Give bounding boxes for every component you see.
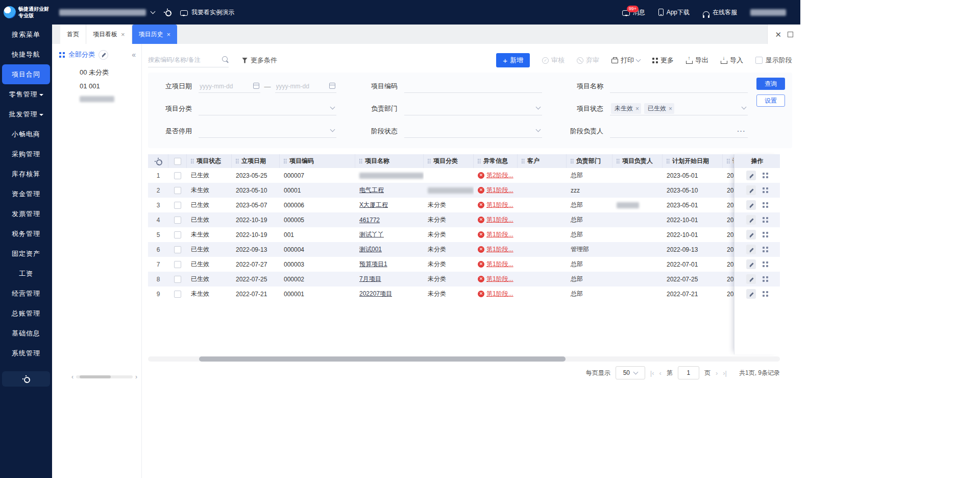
org-select[interactable] — [59, 9, 155, 16]
category-item[interactable]: 00 未分类 — [52, 65, 141, 79]
row-grid-actions-icon[interactable] — [763, 261, 768, 267]
edit-row-button[interactable] — [746, 289, 756, 299]
edit-row-button[interactable] — [746, 171, 756, 180]
project-name-link[interactable]: 202207项目 — [359, 290, 392, 298]
export-button[interactable]: 导出 — [686, 56, 708, 65]
sidebar-item[interactable]: 快捷导航 — [0, 44, 52, 64]
online-service-button[interactable]: 在线客服 — [703, 8, 737, 17]
horizontal-scrollbar-thumb[interactable] — [199, 356, 566, 362]
error-cell[interactable]: ✕第1阶段... — [474, 286, 518, 301]
select-all-cell[interactable] — [168, 154, 187, 168]
demo-link[interactable]: 我要看实例演示 — [180, 8, 234, 17]
stage-status-select[interactable] — [404, 125, 542, 138]
row-checkbox[interactable] — [174, 291, 181, 298]
status-tag[interactable]: 已生效× — [644, 103, 674, 114]
category-item[interactable] — [52, 93, 141, 107]
row-grid-actions-icon[interactable] — [763, 276, 768, 282]
column-header[interactable]: 计 — [723, 154, 734, 168]
row-checkbox-cell[interactable] — [168, 272, 187, 286]
name-cell[interactable]: X大厦工程 — [355, 198, 424, 212]
select-all-checkbox[interactable] — [174, 158, 181, 165]
status-tags[interactable]: 未生效×已生效× — [610, 102, 748, 115]
sidebar-item[interactable]: 总账管理 — [0, 303, 52, 323]
row-checkbox-cell[interactable] — [168, 183, 187, 198]
project-name-link[interactable]: 预算项目1 — [359, 260, 387, 269]
row-checkbox[interactable] — [174, 217, 181, 224]
date-to-input[interactable] — [275, 80, 337, 93]
table-row[interactable]: 6已生效2022-09-13000004测试001未分类✕第1阶段...管理部2… — [148, 242, 734, 257]
edit-row-button[interactable] — [746, 200, 756, 210]
error-cell[interactable]: ✕第1阶段... — [474, 183, 518, 198]
row-grid-actions-icon[interactable] — [763, 187, 768, 193]
column-header[interactable]: 项目编码 — [280, 154, 355, 168]
row-checkbox-cell[interactable] — [168, 242, 187, 257]
dept-select[interactable] — [404, 102, 542, 115]
error-cell[interactable]: ✕第1阶段... — [474, 272, 518, 286]
name-cell[interactable]: 电气工程 — [355, 183, 424, 198]
sidebar-item[interactable]: 批发管理 — [0, 104, 52, 124]
sidebar-item[interactable]: 零售管理 — [0, 84, 52, 104]
row-checkbox[interactable] — [174, 187, 181, 194]
show-stage-checkbox[interactable]: 显示阶段 — [755, 56, 792, 65]
settings-button[interactable]: 设置 — [756, 94, 785, 107]
last-page-button[interactable]: ›| — [723, 369, 727, 377]
scroll-left-icon[interactable]: ‹ — [71, 374, 74, 380]
category-item[interactable]: 01 001 — [52, 79, 141, 93]
sidebar-item[interactable]: 资金管理 — [0, 184, 52, 204]
search-icon[interactable] — [222, 56, 229, 63]
name-cell[interactable]: 测试丫丫 — [355, 227, 424, 242]
row-checkbox-cell[interactable] — [168, 257, 187, 272]
error-link[interactable]: 第1阶段... — [486, 230, 513, 239]
close-all-tabs-icon[interactable]: ✕ — [775, 31, 781, 38]
error-cell[interactable]: ✕第1阶段... — [474, 242, 518, 257]
sidebar-item[interactable]: 基础信息 — [0, 323, 52, 343]
edit-row-button[interactable] — [746, 230, 756, 240]
table-row[interactable]: 9未生效2022-07-21000001202207项目未分类✕第1阶段...总… — [148, 286, 734, 301]
sidebar-item[interactable]: 搜索菜单 — [0, 25, 52, 44]
redacted-username[interactable] — [750, 9, 786, 16]
sidebar-item[interactable]: 工资 — [0, 264, 52, 283]
collapse-panel-button[interactable]: « — [130, 51, 137, 59]
column-header[interactable]: 计划开始日期 — [663, 154, 723, 168]
row-checkbox[interactable] — [174, 246, 181, 253]
more-conditions-button[interactable]: 更多条件 — [242, 56, 277, 65]
error-link[interactable]: 第1阶段... — [486, 290, 513, 298]
date-to-field[interactable] — [275, 83, 337, 90]
column-header[interactable]: 客户 — [518, 154, 567, 168]
project-name-link[interactable]: 测试001 — [359, 245, 382, 254]
table-row[interactable]: 7已生效2022-07-27000003预算项目1未分类✕第1阶段...总部20… — [148, 257, 734, 272]
name-cell[interactable]: 7月项目 — [355, 272, 424, 286]
sidebar-item[interactable]: 发票管理 — [0, 204, 52, 224]
row-checkbox-cell[interactable] — [168, 286, 187, 301]
disabled-select[interactable] — [199, 125, 336, 138]
row-checkbox[interactable] — [174, 202, 181, 209]
error-cell[interactable]: ✕第1阶段... — [474, 227, 518, 242]
row-grid-actions-icon[interactable] — [763, 173, 768, 178]
error-cell[interactable]: ✕第1阶段... — [474, 212, 518, 227]
column-header[interactable]: 异常信息 — [474, 154, 518, 168]
name-cell[interactable]: 202207项目 — [355, 286, 424, 301]
error-link[interactable]: 第2阶段... — [486, 171, 513, 180]
error-link[interactable]: 第1阶段... — [486, 186, 513, 195]
row-grid-actions-icon[interactable] — [763, 202, 768, 208]
name-cell[interactable]: 测试001 — [355, 242, 424, 257]
row-grid-actions-icon[interactable] — [763, 247, 768, 252]
tab-active[interactable]: 项目历史× — [132, 25, 178, 44]
tab[interactable]: 首页 — [60, 25, 86, 44]
row-checkbox[interactable] — [174, 231, 181, 238]
scroll-right-icon[interactable]: › — [135, 374, 137, 380]
query-button[interactable]: 查询 — [756, 78, 785, 90]
calendar-icon[interactable] — [253, 83, 259, 89]
per-page-select[interactable]: 50 — [616, 366, 645, 379]
name-cell[interactable] — [355, 168, 424, 183]
project-code-input[interactable] — [404, 80, 542, 92]
column-header[interactable]: 项目分类 — [424, 154, 474, 168]
sidebar-item[interactable]: 采购管理 — [0, 144, 52, 164]
row-grid-actions-icon[interactable] — [763, 232, 768, 237]
date-from-field[interactable] — [199, 83, 260, 90]
edit-row-button[interactable] — [746, 259, 756, 269]
sidebar-item[interactable]: 小畅电商 — [0, 124, 52, 144]
horizontal-scrollbar[interactable] — [148, 356, 780, 362]
category-panel-title[interactable]: 全部分类 — [68, 50, 95, 59]
close-icon[interactable]: × — [669, 106, 672, 112]
